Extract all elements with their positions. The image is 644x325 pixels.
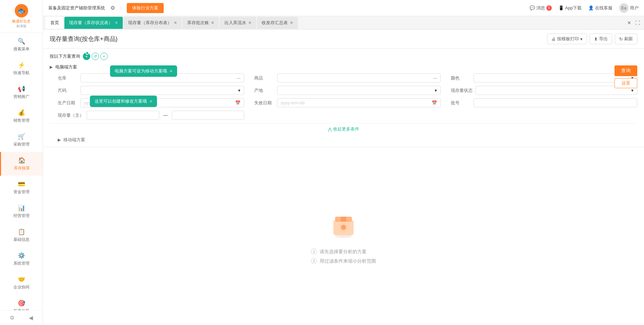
print-template-label: 按模板打印 — [557, 36, 579, 42]
tip-text-1: 请先选择要分析的方案 — [320, 247, 367, 256]
popover1-close[interactable]: × — [170, 68, 172, 74]
goods-label: 商品 — [254, 75, 274, 81]
mobile-scheme-row: ▶ 移动端方案 — [58, 137, 637, 143]
trial-button[interactable]: 体验行业方案 — [127, 3, 164, 13]
size-chevron-icon: ▾ — [238, 88, 240, 93]
pc-scheme-name[interactable]: 电脑端方案 — [55, 64, 77, 70]
collapse-more-btn[interactable]: ⋀ 收起更多条件 — [50, 123, 637, 135]
filter-label: 按以下方案查询 — [50, 53, 80, 59]
sidebar-item-system[interactable]: ⚙️ 系统管理 — [0, 247, 43, 271]
refresh-btn[interactable]: ↻ 刷新 — [615, 34, 637, 44]
filter-reset-btn[interactable]: ↺ — [92, 53, 99, 60]
export-btn[interactable]: ⬆ 导出 — [590, 34, 612, 44]
sidebar-item-operations[interactable]: 📊 经营管理 — [0, 200, 43, 223]
logo-icon: 🐟 — [15, 4, 28, 17]
support-icon: 👤 — [588, 5, 594, 10]
tab-close-inventory-status[interactable]: ✕ — [115, 20, 118, 25]
sidebar-footer: ⚙ ◀ — [0, 310, 43, 325]
goods-filter: 商品 ··· — [254, 73, 441, 83]
sidebar-item-basic-info[interactable]: 📋 基础信息 — [0, 223, 43, 247]
current-qty-max-input[interactable] — [172, 111, 245, 120]
query-button[interactable]: 查询 — [614, 65, 637, 76]
sidebar-item-quick-nav[interactable]: ⚡ 快速导航 — [0, 57, 43, 80]
goods-select[interactable]: ··· — [277, 73, 441, 83]
messages-item[interactable]: 💬 消息 6 — [530, 5, 552, 11]
tab-in-out-flow[interactable]: 出入库流水 ✕ — [220, 17, 256, 29]
mobile-scheme-arrow[interactable]: ▶ — [58, 138, 61, 142]
maximize-tab-btn[interactable]: ⛶ — [634, 19, 641, 27]
size-select[interactable]: ▾ — [80, 86, 244, 95]
app-download-label: App下载 — [565, 5, 582, 11]
tip-item-2: 2 用过滤条件来缩小分析范围 — [311, 256, 376, 266]
tip-num-1: 1 — [311, 249, 317, 255]
range-separator: — — [162, 113, 169, 118]
tab-close-inventory-dist[interactable]: ✕ — [174, 20, 177, 25]
batch-no-input[interactable] — [474, 98, 637, 107]
online-support-item[interactable]: 👤 在线客服 — [588, 5, 612, 11]
logo-badge: 标准版 — [16, 24, 26, 29]
page-title: 现存量查询(按仓库+商品) — [50, 35, 118, 43]
messages-label: 消息 — [536, 5, 545, 11]
user-avatar: Ea — [619, 3, 629, 13]
sidebar-item-sales[interactable]: 💰 销售管理 — [0, 104, 43, 128]
svg-rect-2 — [341, 217, 346, 222]
search-icon: 🔍 — [18, 38, 25, 45]
logo-name: 畅通好生意 — [12, 19, 31, 24]
collapse-sidebar-btn[interactable]: ◀ — [29, 315, 33, 321]
tab-home[interactable]: 首页 — [46, 17, 64, 29]
color-select[interactable]: ▾ — [474, 73, 637, 83]
current-qty-min-input[interactable] — [87, 111, 159, 120]
sidebar-item-finance[interactable]: 💳 资金管理 — [0, 176, 43, 200]
expiry-date-label: 失效日期 — [254, 100, 274, 106]
popover2-close[interactable]: × — [150, 99, 152, 104]
tab-close-batch-account[interactable]: ✕ — [211, 20, 214, 25]
print-template-btn[interactable]: 🖨 按模板打印 ▾ — [547, 34, 587, 44]
tab-collect-summary[interactable]: 收发存汇总表 ✕ — [257, 17, 298, 29]
collapse-up-icon: ⋀ — [328, 127, 332, 132]
origin-select[interactable]: ▾ — [277, 86, 441, 95]
sidebar-item-marketing[interactable]: 📢 营销推广 — [0, 80, 43, 104]
inventory-status-filter: 现存量状态 ▾ — [451, 86, 637, 95]
sidebar-item-newbie[interactable]: 🎯 新手引导 — [0, 295, 43, 310]
close-all-tabs-btn[interactable]: ✕ — [626, 19, 633, 27]
origin-chevron-icon: ▾ — [435, 88, 437, 93]
tabs-bar: 首页 现存量（库存状况表） ✕ 现存量（库存分布表） ✕ 库存批次账 ✕ 出入库… — [43, 16, 644, 30]
basic-info-icon: 📋 — [18, 228, 25, 235]
size-label: 尺码 — [58, 88, 78, 94]
quick-nav-icon: ⚡ — [18, 61, 25, 69]
tab-close-collect-summary[interactable]: ✕ — [290, 20, 293, 25]
goods-dots-icon: ··· — [433, 75, 437, 80]
filter-more-btn[interactable]: « — [100, 53, 108, 60]
tip-item-1: 1 请先选择要分析的方案 — [311, 247, 376, 256]
tab-inventory-status[interactable]: 现存量（库存状况表） ✕ — [64, 17, 123, 29]
mobile-scheme-name[interactable]: 移动端方案 — [63, 137, 85, 143]
setting-button[interactable]: 设置 — [614, 78, 637, 88]
settings-footer-btn[interactable]: ⚙ — [10, 315, 14, 321]
expiry-date-input[interactable]: yyyy-mm-dd 📅 — [277, 98, 441, 107]
app-download-item[interactable]: 📱 App下载 — [558, 5, 582, 11]
message-badge: 6 — [546, 5, 552, 11]
sidebar-item-label: 系统管理 — [13, 261, 30, 266]
header-settings-icon[interactable]: ⚙ — [110, 5, 115, 11]
color-filter: 颜色 ▾ — [451, 73, 637, 83]
inventory-status-select[interactable]: ▾ — [475, 86, 637, 95]
sidebar: 🐟 畅通好生意 标准版 🔍 搜索菜单 ⚡ 快速导航 📢 营销推广 💰 销售管理 — [0, 0, 43, 325]
sidebar-item-label: 采购管理 — [13, 142, 30, 147]
tab-inventory-dist[interactable]: 现存量（库存分布表） ✕ — [123, 17, 182, 29]
tab-inventory-dist-label: 现存量（库存分布表） — [128, 20, 172, 26]
tabs-right-actions: ✕ ⛶ — [626, 19, 641, 27]
calendar-icon: 📅 — [235, 100, 240, 105]
tab-batch-account[interactable]: 库存批次账 ✕ — [182, 17, 219, 29]
sidebar-item-search[interactable]: 🔍 搜索菜单 — [0, 33, 43, 57]
tab-close-in-out-flow[interactable]: ✕ — [248, 20, 252, 25]
sidebar-item-label: 营销推广 — [13, 94, 30, 100]
tab-collect-summary-label: 收发存汇总表 — [262, 20, 288, 26]
sidebar-item-inventory[interactable]: 🏠 库存核算 — [0, 152, 43, 176]
user-item[interactable]: Ea 用户 — [619, 3, 639, 13]
pc-scheme-arrow[interactable]: ▶ — [50, 65, 53, 69]
sidebar-item-enterprise[interactable]: 🤝 企业协同 — [0, 271, 43, 295]
phone-icon: 📱 — [558, 5, 564, 10]
empty-tips: 1 请先选择要分析的方案 2 用过滤条件来缩小分析范围 — [311, 247, 376, 266]
sidebar-item-purchase[interactable]: 🛒 采购管理 — [0, 128, 43, 152]
refresh-label: 刷新 — [624, 36, 633, 42]
